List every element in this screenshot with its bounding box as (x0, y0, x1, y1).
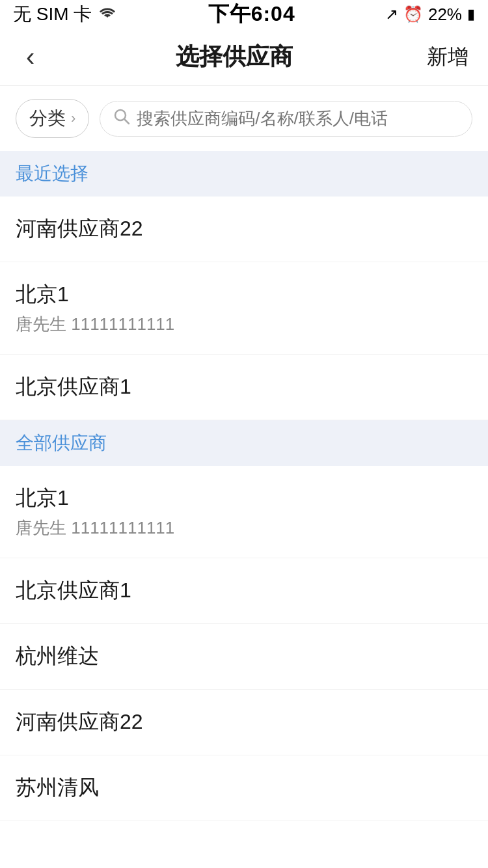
location-icon: ↗ (385, 5, 398, 23)
category-label: 分类 (29, 106, 66, 131)
item-contact: 唐先生 11111111111 (16, 517, 472, 539)
wifi-icon (97, 4, 118, 25)
recent-list: 河南供应商22北京1唐先生 11111111111北京供应商1 (0, 197, 488, 420)
item-name: 杭州维达 (16, 642, 472, 671)
item-contact: 唐先生 11111111111 (16, 313, 472, 336)
item-name: 北京供应商1 (16, 576, 472, 605)
list-item[interactable]: 北京供应商1 (0, 355, 488, 420)
search-input[interactable] (137, 109, 459, 129)
item-name: 苏州清风 (16, 774, 472, 802)
recent-section-label: 最近选择 (16, 163, 88, 183)
all-list: 北京1唐先生 11111111111北京供应商1杭州维达河南供应商22苏州清风 (0, 466, 488, 821)
list-item[interactable]: 北京1唐先生 11111111111 (0, 466, 488, 558)
svg-line-1 (124, 119, 129, 124)
list-item[interactable]: 河南供应商22 (0, 690, 488, 755)
battery-icon: ▮ (467, 6, 475, 23)
nav-bar: ‹ 选择供应商 新增 (0, 29, 488, 86)
category-button[interactable]: 分类 › (16, 99, 89, 138)
all-section-label: 全部供应商 (16, 433, 107, 453)
list-item[interactable]: 北京1唐先生 11111111111 (0, 262, 488, 355)
status-right: ↗ ⏰ 22% ▮ (385, 5, 475, 25)
status-left: 无 SIM 卡 (13, 2, 118, 27)
list-item[interactable]: 河南供应商22 (0, 197, 488, 262)
recent-section-header: 最近选择 (0, 151, 488, 197)
list-item[interactable]: 苏州清风 (0, 755, 488, 821)
search-icon (113, 108, 130, 129)
no-sim-text: 无 SIM 卡 (13, 2, 92, 27)
filter-bar: 分类 › (0, 86, 488, 151)
status-bar: 无 SIM 卡 下午6:04 ↗ ⏰ 22% ▮ (0, 0, 488, 29)
status-time: 下午6:04 (208, 0, 295, 29)
all-section-header: 全部供应商 (0, 420, 488, 466)
new-action-button[interactable]: 新增 (427, 43, 468, 72)
item-name: 北京1 (16, 484, 472, 513)
alarm-icon: ⏰ (403, 5, 423, 23)
chevron-right-icon: › (71, 110, 75, 127)
item-name: 北京1 (16, 280, 472, 309)
item-name: 北京供应商1 (16, 373, 472, 401)
item-name: 河南供应商22 (16, 215, 472, 243)
item-name: 河南供应商22 (16, 708, 472, 737)
search-box (100, 101, 472, 137)
back-button[interactable]: ‹ (20, 36, 41, 78)
list-item[interactable]: 北京供应商1 (0, 558, 488, 624)
page-title: 选择供应商 (176, 41, 293, 73)
list-item[interactable]: 杭州维达 (0, 624, 488, 690)
battery-text: 22% (428, 5, 462, 25)
